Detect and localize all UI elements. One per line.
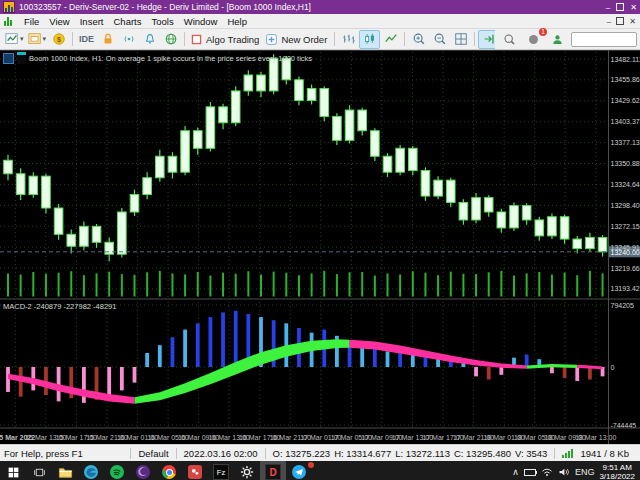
child-restore-button[interactable]: [616, 17, 624, 25]
macd-axis-labels: 7942050-744445: [611, 302, 637, 429]
svg-text:13193.421: 13193.421: [611, 285, 640, 292]
bar-chart-type-button[interactable]: [338, 30, 359, 49]
search-icon: [503, 33, 516, 46]
signals-button[interactable]: [118, 30, 139, 49]
chart-canvas[interactable]: 13240.00813482.11113455.86713429.6221340…: [0, 50, 640, 444]
algo-trading-button[interactable]: Algo Trading: [188, 30, 263, 49]
alerts-button[interactable]: [139, 30, 160, 49]
search-button[interactable]: [499, 30, 520, 49]
statusbar: For Help, press F1 Default 2022.03.16 02…: [0, 444, 640, 461]
symbol-icon: [17, 52, 26, 64]
tray-language[interactable]: ENG: [575, 467, 595, 477]
time-axis-labels: 15 Mar 202215 Mar 13:0015 Mar 17:0015 Ma…: [0, 434, 616, 441]
status-profile[interactable]: Default: [130, 448, 175, 459]
chart-window-menu-icon[interactable]: [4, 17, 12, 26]
edge-icon: [84, 465, 98, 479]
mt5-deriv-button[interactable]: D: [260, 461, 286, 480]
fz-app-icon: Fz: [213, 464, 229, 480]
auto-scroll-icon: [482, 32, 495, 46]
candle-chart-type-button[interactable]: [359, 30, 380, 49]
zoom-out-button[interactable]: [429, 30, 450, 49]
lock-button[interactable]: [97, 30, 118, 49]
deposit-button[interactable]: $: [48, 30, 69, 49]
chart-comment: Boom 1000 Index, H1: On average 1 spike …: [3, 52, 312, 64]
toolbar-search-input[interactable]: [571, 32, 637, 47]
community-button[interactable]: [160, 30, 181, 49]
chart-grid: [0, 52, 609, 427]
purple-app-button[interactable]: [130, 461, 156, 480]
tray-chevron-icon[interactable]: ∧: [512, 467, 519, 477]
file-explorer-icon: [58, 465, 73, 480]
task-view-button[interactable]: [26, 461, 52, 480]
notification-bell-icon: [527, 33, 540, 46]
status-traffic: 1941 / 8 Kb: [580, 448, 629, 459]
file-explorer-button[interactable]: [52, 461, 78, 480]
new-chart-icon: [5, 32, 19, 46]
spotify-button[interactable]: [104, 461, 130, 480]
telegram-icon: [292, 465, 306, 479]
status-low: L: 13272.113: [395, 448, 450, 459]
person-icon: [551, 33, 564, 46]
svg-text:18 Mar 13:00: 18 Mar 13:00: [575, 434, 616, 441]
metaeditor-button[interactable]: IDE: [76, 30, 97, 49]
mql5-account-button[interactable]: [547, 30, 568, 49]
maximize-button[interactable]: [616, 3, 624, 11]
windows-logo-icon: [7, 466, 20, 479]
new-chart-button[interactable]: ▾: [3, 30, 26, 49]
line-chart-icon: [384, 32, 398, 46]
close-button[interactable]: ✕: [630, 3, 637, 12]
connection-signal-icon: [562, 449, 573, 458]
menu-view[interactable]: View: [49, 16, 69, 27]
menu-window[interactable]: Window: [184, 16, 218, 27]
svg-text:13245.911: 13245.911: [611, 244, 640, 251]
menu-tools[interactable]: Tools: [151, 16, 173, 27]
start-button[interactable]: [0, 461, 26, 480]
auto-scroll-button[interactable]: [478, 30, 495, 49]
zoom-in-button[interactable]: [408, 30, 429, 49]
tray-time: 9:51 AM: [599, 463, 635, 472]
settings-gear-icon: [240, 465, 254, 479]
tray-clock[interactable]: 9:51 AM 3/18/2022: [599, 463, 635, 480]
taskbar: Fz D ∧ ENG 9:51 AM 3/18/2022: [0, 461, 640, 480]
macd-histogram: [6, 311, 604, 403]
chart-comment-text: Boom 1000 Index, H1: On average 1 spike …: [29, 54, 312, 63]
lock-icon: [101, 32, 115, 46]
menu-charts[interactable]: Charts: [114, 16, 142, 27]
tile-windows-button[interactable]: [450, 30, 471, 49]
menu-insert[interactable]: Insert: [80, 16, 104, 27]
edge-button[interactable]: [78, 461, 104, 480]
signal-icon: [122, 32, 136, 46]
bar-chart-icon: [342, 32, 356, 46]
svg-text:0: 0: [611, 364, 615, 371]
svg-text:13455.867: 13455.867: [611, 76, 640, 83]
mt5-deriv-icon: D: [265, 464, 281, 480]
menu-help[interactable]: Help: [227, 16, 247, 27]
tile-windows-icon: [454, 32, 468, 46]
battery-icon[interactable]: [524, 469, 536, 476]
candles: [4, 54, 607, 261]
new-order-icon: [265, 33, 278, 46]
wifi-icon[interactable]: [541, 467, 553, 477]
telegram-button[interactable]: [286, 461, 312, 480]
chrome-button[interactable]: [156, 461, 182, 480]
macd-indicator-label: MACD-2 -240879 -227982 -48291: [3, 302, 116, 311]
child-close-button[interactable]: ✕: [629, 17, 636, 26]
fz-app-button[interactable]: Fz: [208, 461, 234, 480]
child-minimize-button[interactable]: –: [607, 17, 611, 26]
volume-icon[interactable]: [558, 467, 570, 477]
line-chart-type-button[interactable]: [380, 30, 401, 49]
candlestick-icon: [363, 32, 377, 46]
menu-file[interactable]: File: [24, 16, 39, 27]
notifications-button[interactable]: 1: [523, 30, 544, 49]
chart-profiles-button[interactable]: ▾: [26, 30, 49, 49]
status-bar-time: 2022.03.16 02:00: [176, 448, 265, 459]
minimize-button[interactable]: –: [606, 3, 610, 12]
red-app-button[interactable]: [182, 461, 208, 480]
svg-text:$: $: [57, 36, 61, 44]
chart-window[interactable]: 13240.00813482.11113455.86713429.6221340…: [0, 50, 640, 444]
window-title: 100323557 - Deriv-Server-02 - Hedge - De…: [19, 2, 606, 12]
new-order-button[interactable]: New Order: [263, 30, 331, 49]
desktop: 100323557 - Deriv-Server-02 - Hedge - De…: [0, 0, 640, 480]
settings-button[interactable]: [234, 461, 260, 480]
menubar: File View Insert Charts Tools Window Hel…: [0, 14, 640, 29]
